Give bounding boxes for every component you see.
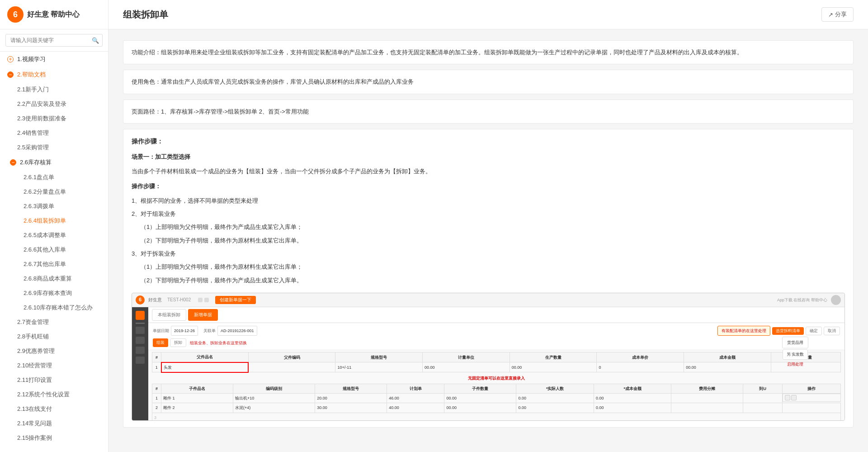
mock-child-th-spec: 规格型号 [315,384,387,394]
sidebar-item-beginner[interactable]: 2.1新手入门 [0,82,108,97]
mock-td-qty: 00.00 [509,362,597,372]
mock-sidebar-home [136,311,145,320]
sidebar-item-ledger-query[interactable]: 2.6.9库存账本查询 [0,286,108,300]
mock-th-spec: 规格型号 [335,352,423,362]
mock-child-td-sub2: 00.00 [444,403,516,413]
mock-sidebar-item2 [136,337,145,344]
search-icon: 🔍 [92,37,99,44]
sidebar-item-label: 1.视频学习 [17,55,46,63]
mock-tab-new[interactable]: 新增单据 [188,309,218,321]
mock-goods-input: 货货品用 [782,337,808,348]
mock-mini-sidebar [132,307,148,420]
sidebar-item-transfer[interactable]: 2.6.3调拨单 [0,199,108,214]
sidebar-item-finance[interactable]: 2.7资金管理 [0,315,108,329]
mock-annotation1: 有装配清单的在这里处理 [717,326,770,336]
mock-annotation4: 无固定清单可以在这里直接录入 [468,375,525,382]
mock-disassembly-btn[interactable]: 拆卸 [170,338,186,347]
mock-op-btn2[interactable] [791,395,797,400]
path-text: 页面路径：1、库存核算->库存管理->组装拆卸单 2、首页->常用功能 [132,106,845,117]
share-label: 分享 [835,10,847,19]
mock-child-th-avail: 费用分摊 [671,384,743,394]
expand-icon: + [7,56,14,62]
sidebar-item-system[interactable]: 2.12系统个性化设置 [0,387,108,402]
mock-enable-area: 货货品用 另 实发数 启用处理 [782,337,808,368]
sidebar-item-help-docs[interactable]: − 2.帮助文档 [0,67,108,82]
sidebar-item-other-out[interactable]: 2.6.7其他出库单 [0,257,108,271]
mock-annotation2: 组装业务、拆卸业务在这里切换 [190,339,247,347]
sidebar-item-video-learning[interactable]: + 1.视频学习 [0,52,108,67]
ops-title: 操作步骤： [132,181,845,191]
sidebar-item-ledger-error[interactable]: 2.6.10库存账本错了怎么办 [0,300,108,315]
sidebar-item-purchase[interactable]: 2.5采购管理 [0,140,108,155]
step3-1: （1）上部明细为父件明细，最终作为原材料生成某它出库单； [132,262,845,272]
mock-annotation3: 启用处理 [787,361,803,368]
mock-confirm-btn[interactable]: 确定 [806,327,822,335]
mock-th-cost-amt: 成本金额 [684,352,771,362]
sidebar-item-data-prep[interactable]: 2.3使用前数据准备 [0,111,108,126]
mock-child-th-code: 编码级别 [233,384,315,394]
mock-tab-assembly[interactable]: 本组装拆卸 [152,309,186,321]
sidebar-item-coupon[interactable]: 2.9优惠券管理 [0,344,108,358]
mock-th-parent-code: 父件编码 [248,352,335,362]
scene1-desc: 当由多个子件材料组装成一个成品的业务为【组装】业务，当由一个父件拆分成多个子产品… [132,166,845,176]
mock-order-value: AD-20191226-001 [217,326,257,336]
sidebar-item-portion-stocktake[interactable]: 2.6.2分量盘点单 [0,185,108,199]
collapse-inventory-icon: − [10,159,16,166]
mock-td-code [248,362,335,372]
mock-top-label: TEST-H002 [167,296,191,304]
mock-type-row: 组装 拆卸 组装业务、拆卸业务在这里切换 [153,338,840,347]
mock-child-td-alloc1 [671,394,743,403]
mock-assembly-btn[interactable]: 组装 [153,338,168,347]
sidebar-item-cases[interactable]: 2.15操作案例 [0,431,108,445]
sidebar-item-sales[interactable]: 2.4销售管理 [0,126,108,140]
mock-child-th-sub: 子件数量 [444,384,516,394]
mock-td-name: 头发 [161,362,249,372]
app-title: 好生意 帮助中心 [27,10,80,19]
mock-icon1 [198,298,203,302]
mock-td-1: 1 [152,362,161,372]
sidebar-item-inventory[interactable]: − 2.6库存核算 [0,155,108,170]
mock-logo: 6 [136,295,145,305]
sidebar-item-other-in[interactable]: 2.6.6其他入库单 [0,243,108,257]
main-header: 组装拆卸单 ↗ 分享 [108,0,868,29]
mock-child-td-cost1: 0.00 [594,394,671,403]
step3-2: （2）下部明细为子件明细，最终作为产成品生成某它入库单。 [132,275,845,285]
sidebar-item-management[interactable]: 2.10经营管理 [0,358,108,373]
sidebar-item-assembly[interactable]: 2.6.4组装拆卸单 [0,214,108,228]
mock-td-cost-amt: 00.00 [684,362,771,372]
sidebar-item-stocktake[interactable]: 2.6.1盘点单 [0,170,108,185]
mock-enable-btn[interactable]: 另 实发数 [783,349,808,359]
mock-child-td-spec2: 30.00 [315,403,387,413]
sidebar-item-mobile[interactable]: 2.8手机旺铺 [0,329,108,344]
mock-child-td-name1: 雕件 1 [161,394,233,403]
mock-type-btns: 组装 拆卸 [153,338,186,347]
share-icon: ↗ [828,11,833,18]
mock-parent-table: # 父件品名 父件编码 规格型号 计量单位 生产数量 成本单价 成本金额 [152,352,841,372]
mock-child-th-actual: *实际人数 [516,384,594,394]
mock-app-name: 好生意 [148,296,162,304]
sidebar-item-label: 2.6库存核算 [20,158,52,167]
search-input[interactable] [5,34,103,47]
sidebar-item-cost-recalc[interactable]: 2.6.8商品成本重算 [0,271,108,286]
sidebar-item-cost-adjust[interactable]: 2.6.5成本调整单 [0,228,108,243]
mock-order-label: 关联单 [203,327,216,334]
sidebar-item-faq[interactable]: 2.14常见问题 [0,416,108,431]
mock-child-th-name: 子件品名 [161,384,233,394]
sidebar-item-install[interactable]: 2.2产品安装及登录 [0,97,108,111]
nav-section-video: + 1.视频学习 [0,52,108,67]
mock-cancel-btn[interactable]: 取消 [824,327,840,335]
scene1-title: 场景一：加工类型选择 [132,152,845,162]
path-block: 页面路径：1、库存核算->库存管理->组装拆卸单 2、首页->常用功能 [123,100,854,124]
mock-create-btn[interactable]: 创建新单据一下 [215,296,256,304]
sidebar-item-payment[interactable]: 2.13在线支付 [0,402,108,416]
sidebar-item-print[interactable]: 2.11打印设置 [0,373,108,387]
mock-process-btn[interactable]: 选货拆料清单 [772,327,804,335]
mock-op-btn1[interactable] [785,395,790,400]
app-logo: 6 好生意 帮助中心 [0,0,108,29]
mock-child-th-cost: *成本金额 [594,384,671,394]
sidebar-item-label: 2.帮助文档 [17,71,46,79]
search-box[interactable]: 🔍 [0,29,108,52]
mock-child-td-code1: 输出机+10 [233,394,315,403]
share-button[interactable]: ↗ 分享 [821,7,854,22]
mock-child-td-u1 [743,394,783,403]
